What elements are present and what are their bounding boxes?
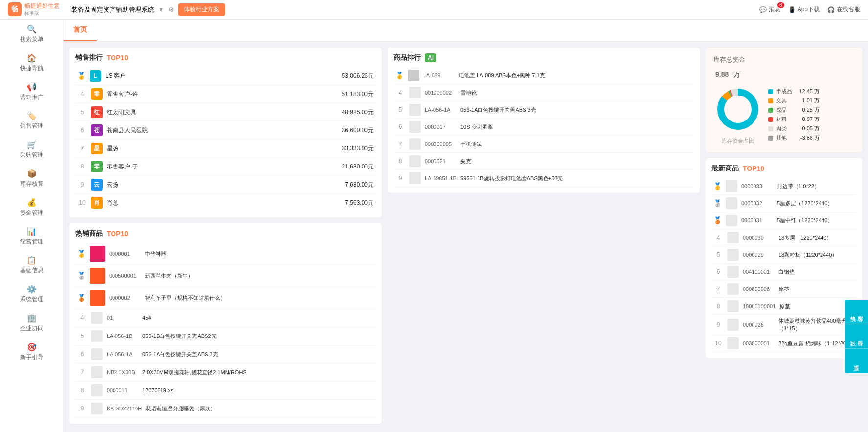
- sidebar-search[interactable]: 🔍 搜索菜单: [0, 20, 63, 48]
- purchase-icon: 🛒: [27, 140, 37, 149]
- customer-name: 零售客户-许: [107, 90, 338, 98]
- list-item: 🥇 0000033 封边带（1.0*22）: [711, 178, 856, 195]
- customer-amount: 36,600.00元: [342, 126, 374, 135]
- product-name: 5厘多层（1220*2440）: [777, 200, 854, 207]
- sidebar-item-inventory[interactable]: 📦 库存核算: [0, 164, 63, 193]
- new-products-header: 最新商品 TOP10: [711, 164, 856, 173]
- rank-num: 7: [713, 286, 723, 292]
- service-btn[interactable]: 🎧 在线客服: [827, 5, 860, 14]
- product-code: 0000028: [743, 322, 775, 328]
- sidebar-item-sales[interactable]: 🏷️ 销售管理: [0, 106, 63, 135]
- message-btn[interactable]: 💬 消息 6: [759, 5, 780, 14]
- sidebar-item-nav[interactable]: 🏠 快捷导航: [0, 48, 63, 77]
- float-live-btn[interactable]: 直播: [845, 349, 868, 373]
- list-item: 🥈 000500001 新西兰牛肉（新牛）: [75, 265, 376, 287]
- system-icon: ⚙️: [27, 285, 37, 294]
- rank-num: 5: [77, 333, 87, 339]
- sidebar-corp-label: 企业协同: [20, 324, 44, 333]
- sidebar-item-marketing[interactable]: 📢 营销推广: [0, 77, 63, 106]
- product-code: LA-056-1A: [107, 351, 138, 357]
- sidebar-item-basic[interactable]: 📋 基础信息: [0, 251, 63, 280]
- avatar: 苍: [91, 124, 103, 136]
- tab-home[interactable]: 首页: [64, 20, 97, 41]
- rank-num: 5: [395, 106, 405, 113]
- product-name: 18颗粒板（1220*2440）: [778, 251, 854, 259]
- product-image: [91, 312, 103, 324]
- system-name: 装备及固定资产辅助管理系统: [71, 5, 154, 14]
- float-service-btn[interactable]: 客服热线: [845, 300, 868, 324]
- rank-num: 7: [395, 141, 405, 147]
- logo-icon: 畅: [8, 2, 22, 16]
- legend-item-1: 半成品 12.45 万: [768, 88, 820, 95]
- product-code: LA-089: [423, 72, 455, 78]
- product-image: [727, 249, 739, 261]
- rank-num: 9: [77, 405, 87, 412]
- rank-num: 6: [713, 268, 723, 275]
- product-name: 封边带（1.0*22）: [777, 183, 854, 190]
- product-name: 原茎: [779, 303, 854, 310]
- product-name: 2.0X30MM双搓花轴,搓花直径2.1MM/ROHS: [142, 369, 374, 376]
- table-row: 10 肖 肖总 7,563.00元: [75, 194, 376, 212]
- rank-medal-1: 🥇: [77, 72, 86, 80]
- customer-name: 云扬: [107, 181, 341, 189]
- list-item: 8 10000100001 原茎: [711, 298, 856, 315]
- product-name: 花语萌恒温分腿睡袋（厚款）: [146, 405, 374, 412]
- rank-num: 9: [713, 321, 723, 328]
- legend-dot: [768, 108, 773, 113]
- page-tabs: 首页: [64, 20, 868, 41]
- rank-num: 6: [395, 123, 405, 130]
- left-column: 销售排行 TOP10 🥇 L LS 客户 53,006.26元 4 零 零售客户…: [69, 48, 382, 424]
- sidebar-item-guide[interactable]: 🎯 新手引导: [0, 337, 63, 366]
- customer-name: LS 客户: [105, 72, 338, 80]
- sidebar-item-operation[interactable]: 📊 经营管理: [0, 222, 63, 251]
- customer-amount: 40,925.00元: [342, 108, 374, 117]
- logo: 畅 畅捷通好生意 标准版: [8, 2, 71, 16]
- product-code: 0000001: [109, 251, 141, 257]
- legend-dot: [768, 136, 773, 141]
- sidebar-item-finance[interactable]: 💰 资金管理: [0, 193, 63, 222]
- product-image: [91, 348, 103, 360]
- sidebar-item-purchase[interactable]: 🛒 采购管理: [0, 135, 63, 164]
- product-name: 056-1B白色按键开关壳ABS2壳: [142, 333, 374, 340]
- guide-icon: 🎯: [27, 342, 37, 352]
- phone-icon: 📱: [788, 6, 796, 13]
- list-item: 5 LA-056-1B 056-1B白色按键开关壳ABS2壳: [75, 327, 376, 345]
- avatar: 云: [91, 179, 103, 191]
- table-row: 4 零 零售客户-许 51,183.00元: [75, 85, 376, 103]
- inventory-amount: 9.88 万: [713, 67, 740, 79]
- legend-label: 材料: [776, 116, 787, 123]
- sidebar-marketing-label: 营销推广: [20, 93, 44, 101]
- product-name: 夹克: [460, 158, 692, 165]
- ai-badge: Ai: [425, 53, 436, 62]
- inventory-icon: 📦: [27, 169, 37, 178]
- sidebar-item-corp[interactable]: 🏢 企业协同: [0, 309, 63, 337]
- customer-amount: 33,333.00元: [342, 144, 374, 153]
- legend-value: 0.25 万: [795, 106, 820, 114]
- product-code: 0000031: [741, 217, 773, 223]
- sales-icon: 🏷️: [27, 111, 37, 120]
- legend-item-6: 其他 -3.86 万: [768, 134, 820, 142]
- dropdown-icon[interactable]: ▼: [158, 6, 164, 13]
- product-name: 雪地靴: [460, 89, 692, 96]
- float-community-btn[interactable]: 服务社区: [845, 324, 868, 349]
- marketing-icon: 📢: [27, 82, 37, 92]
- page-header: 首页: [64, 20, 868, 42]
- product-image: [90, 246, 105, 262]
- product-image: [727, 266, 739, 278]
- sidebar-item-system[interactable]: ⚙️ 系统管理: [0, 280, 63, 309]
- content-area: 销售排行 TOP10 🥇 L LS 客户 53,006.26元 4 零 零售客户…: [64, 42, 868, 430]
- gear-icon[interactable]: ⚙: [168, 6, 174, 13]
- sidebar-basic-label: 基础信息: [20, 266, 44, 275]
- legend-label: 其他: [776, 134, 787, 142]
- customer-amount: 51,183.00元: [342, 90, 374, 98]
- trial-button[interactable]: 体验行业方案: [178, 3, 225, 16]
- rank-medal: 🥇: [77, 250, 86, 258]
- customer-ranking-header: 销售排行 TOP10: [75, 53, 376, 62]
- customer-amount: 7,680.00元: [345, 181, 374, 189]
- product-image: [726, 215, 737, 226]
- rank-num: 4: [395, 89, 405, 96]
- rank-num: 8: [77, 387, 87, 394]
- sidebar-finance-label: 资金管理: [20, 209, 44, 217]
- product-code: 10000100001: [743, 303, 776, 309]
- app-download-btn[interactable]: 📱 App下载: [788, 5, 820, 14]
